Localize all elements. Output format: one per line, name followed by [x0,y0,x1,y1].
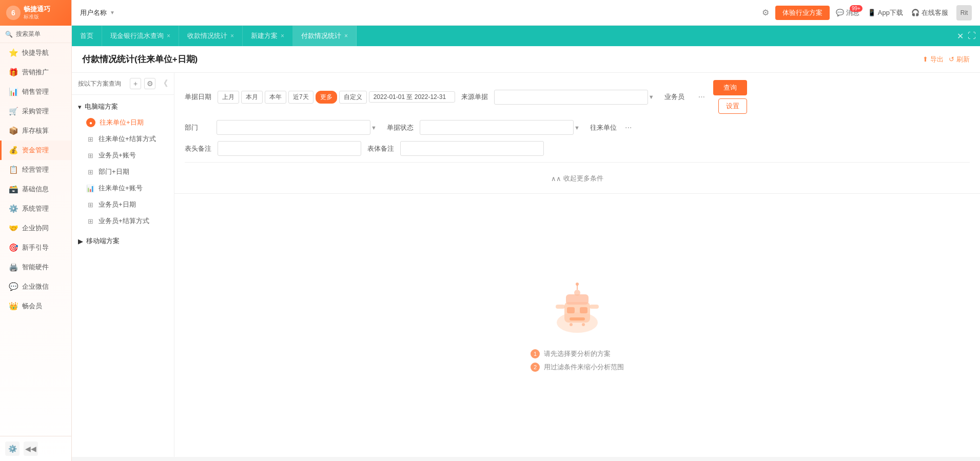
scheme-staff-settle[interactable]: ⊞ 业务员+结算方式 [72,213,174,229]
trial-button[interactable]: 体验行业方案 [775,6,830,20]
scheme-dept-date[interactable]: ⊞ 部门+日期 [72,164,174,180]
hint-2: 2 用过滤条件来缩小分析范围 [531,363,624,372]
basic-icon: 🗃️ [9,185,18,194]
message-badge: 99+ [850,5,863,12]
quick-nav-icon: ⭐ [9,48,18,57]
scheme-unit-date[interactable]: ● 往来单位+日期 [72,114,174,131]
app-download-btn[interactable]: 📱 App下载 [868,8,903,17]
settings-footer-btn[interactable]: ⚙️ [5,442,19,456]
svg-point-10 [582,323,585,326]
source-select[interactable] [494,90,648,105]
settings-button[interactable]: 设置 [718,98,747,114]
sidebar-item-operation[interactable]: 📋 经营管理 [0,160,71,179]
header-remark-input[interactable] [218,141,361,156]
collapse-filter-btn[interactable]: ∧∧ 收起更多条件 [185,171,970,186]
tab-cashflow[interactable]: 现金银行流水查询 × [102,26,179,46]
status-arrow-icon: ▼ [574,125,580,131]
sidebar-item-capital[interactable]: 💰 资金管理 [0,141,71,160]
tab-new-scheme-close[interactable]: × [281,32,284,39]
page-title: 付款情况统计(往来单位+日期) [82,53,198,65]
tab-new-scheme[interactable]: 新建方案 × [243,26,293,46]
marketing-icon: 🎁 [9,68,18,77]
scheme-staff-account[interactable]: ⊞ 业务员+账号 [72,147,174,164]
filter-row-2: 部门 ▼ 单据状态 ▼ 往来单位 ··· [185,120,970,135]
svg-point-9 [570,323,573,326]
more-date-btn[interactable]: 更多 [316,91,337,104]
collapse-icon: ∧∧ [551,175,561,183]
active-scheme-dot: ● [86,118,95,127]
scheme-unit-settle[interactable]: ⊞ 往来单位+结算方式 [72,131,174,147]
unit-ellipsis[interactable]: ··· [623,123,634,132]
guide-icon: 🎯 [9,243,18,252]
weixin-icon: 💬 [9,282,18,291]
tab-receipt[interactable]: 收款情况统计 × [179,26,243,46]
right-panel: 单据日期 上月 本月 本年 近7天 更多 自定义 来源单据 [174,73,980,457]
query-button[interactable]: 查询 [713,80,747,95]
sidebar-item-guide[interactable]: 🎯 新手引导 [0,238,71,257]
filter-action-col: 查询 设置 [713,80,747,114]
scheme-unit-account[interactable]: 📊 往来单位+账号 [72,180,174,196]
sidebar-search[interactable]: 🔍 搜索菜单 [0,26,71,43]
enterprise-icon: 🤝 [9,224,18,233]
topbar-right: 💬 消息 99+ 📱 App下载 🎧 在线客服 Rit [836,5,972,21]
tab-cashflow-close[interactable]: × [167,32,170,39]
status-label: 单据状态 [387,123,414,132]
maximize-btn[interactable]: ⛶ [968,31,976,41]
sidebar-item-marketing[interactable]: 🎁 营销推广 [0,63,71,82]
page-header: 付款情况统计(往来单位+日期) ⬆ 导出 ↺ 刷新 [72,46,980,73]
sidebar-item-system[interactable]: ⚙️ 系统管理 [0,199,71,218]
export-button[interactable]: ⬆ 导出 [923,55,944,64]
sidebar-item-inventory[interactable]: 📦 库存核算 [0,121,71,141]
hint-2-num: 2 [531,363,540,372]
sidebar-item-member[interactable]: 👑 畅会员 [0,296,71,316]
sidebar-item-enterprise[interactable]: 🤝 企业协同 [0,218,71,238]
sidebar-item-quick-nav[interactable]: ⭐ 快捷导航 [0,43,71,63]
status-select[interactable] [420,120,574,135]
content-area: 按以下方案查询 + ⚙ 《 ▾ 电脑端方案 ● [72,73,980,457]
tab-receipt-close[interactable]: × [230,32,234,39]
gear-icon[interactable]: ⚙ [762,8,769,17]
export-icon: ⬆ [923,55,928,63]
last-month-btn[interactable]: 上月 [218,91,239,104]
sidebar-item-basic[interactable]: 🗃️ 基础信息 [0,179,71,199]
sidebar-item-sales[interactable]: 📊 销售管理 [0,82,71,102]
this-year-btn[interactable]: 本年 [265,91,286,104]
staff-ellipsis[interactable]: ··· [696,92,707,102]
user-dropdown-icon[interactable]: ▼ [110,10,115,15]
date-quick-btns: 上月 本月 本年 近7天 更多 自定义 [218,91,455,104]
sidebar-item-hardware[interactable]: 🖨️ 智能硬件 [0,257,71,277]
collapse-sidebar-btn[interactable]: ◀◀ [24,442,38,456]
mobile-section-header[interactable]: ▶ 移动端方案 [72,233,174,249]
this-month-btn[interactable]: 本月 [241,91,263,104]
collapse-panel-btn[interactable]: 《 [160,78,168,89]
date-range-input[interactable] [369,91,455,103]
dept-select[interactable] [217,120,370,135]
user-avatar[interactable]: Rit [956,5,972,21]
desktop-section-header[interactable]: ▾ 电脑端方案 [72,99,174,114]
scheme-staff-date[interactable]: ⊞ 业务员+日期 [72,196,174,213]
tab-payment-close[interactable]: × [344,32,348,39]
empty-illustration [546,279,608,342]
date-label: 单据日期 [185,92,211,102]
settings-scheme-btn[interactable]: ⚙ [144,78,155,89]
message-btn[interactable]: 💬 消息 99+ [836,8,859,17]
body-remark-input[interactable] [400,141,544,156]
online-service-btn[interactable]: 🎧 在线客服 [911,8,948,17]
last-7days-btn[interactable]: 近7天 [288,91,313,104]
add-scheme-btn[interactable]: + [130,78,141,89]
page-content: 付款情况统计(往来单位+日期) ⬆ 导出 ↺ 刷新 按以下方案查询 + [72,46,980,461]
logo-icon: 6 [6,6,21,20]
svg-point-12 [576,283,579,286]
custom-date-btn[interactable]: 自定义 [339,91,367,104]
close-all-tabs-btn[interactable]: ✕ [957,31,964,41]
system-icon: ⚙️ [9,204,18,213]
body-remark-label: 表体备注 [367,144,394,153]
refresh-button[interactable]: ↺ 刷新 [949,55,970,64]
tab-payment[interactable]: 付款情况统计 × [293,26,357,46]
tab-home[interactable]: 首页 [72,26,102,46]
sidebar-item-weixin[interactable]: 💬 企业微信 [0,277,71,296]
dept-arrow-icon: ▼ [371,125,377,131]
sidebar-item-purchase[interactable]: 🛒 采购管理 [0,102,71,121]
inventory-icon: 📦 [9,126,18,135]
refresh-icon: ↺ [949,55,954,63]
